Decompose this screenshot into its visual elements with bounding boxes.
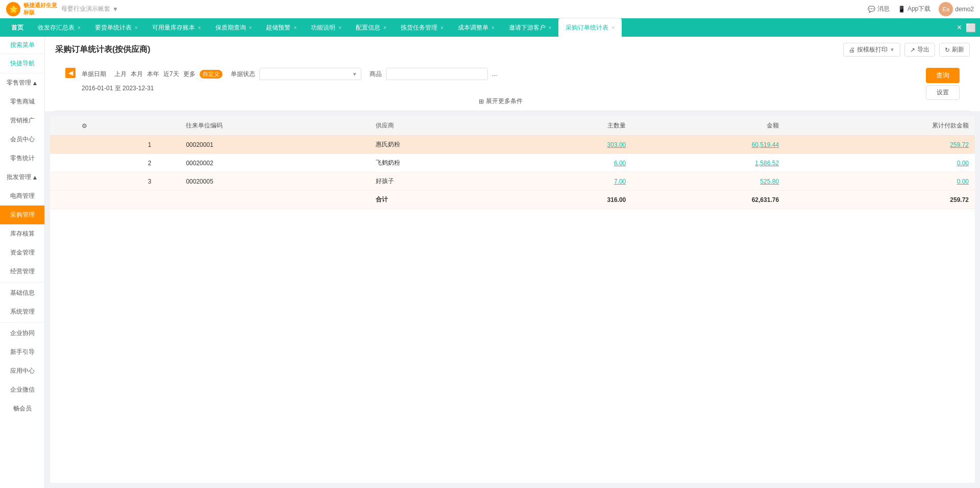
tab-close-icon[interactable]: × bbox=[440, 25, 444, 31]
export-button[interactable]: ↗ 导出 bbox=[904, 43, 935, 57]
sidebar-item-retail-mall[interactable]: 零售商城 bbox=[0, 92, 44, 111]
user-avatar: Ea bbox=[939, 2, 953, 16]
message-icon: 💬 bbox=[868, 6, 875, 13]
tab-config[interactable]: 配置信息 × bbox=[349, 18, 394, 37]
tab-cost-adjust[interactable]: 成本调整单 × bbox=[451, 18, 502, 37]
row-index: 3 bbox=[119, 172, 180, 191]
filter-more-button[interactable]: ... bbox=[492, 70, 497, 78]
row-paid-amount: 0.00 bbox=[785, 154, 975, 172]
col-settings[interactable]: ⚙ bbox=[50, 116, 119, 136]
expand-button[interactable]: ⊞ 展开更多条件 bbox=[479, 97, 523, 106]
tab-close-icon[interactable]: × bbox=[293, 25, 297, 31]
col-unit-code: 往来单位编码 bbox=[180, 116, 370, 136]
row-index: 2 bbox=[119, 154, 180, 172]
table-row[interactable]: 2 00020002 飞鹤奶粉 6.00 1,586.52 0.00 bbox=[50, 154, 975, 172]
tab-close-icon[interactable]: × bbox=[492, 25, 495, 31]
col-index bbox=[119, 116, 180, 136]
sidebar-item-stock-check[interactable]: 库存核算 bbox=[0, 224, 44, 243]
table-row[interactable]: 1 00020001 惠氏奶粉 303.00 60,519.44 259.72 bbox=[50, 136, 975, 154]
row-settings bbox=[50, 154, 119, 172]
sidebar-item-fund-mgmt[interactable]: 资金管理 bbox=[0, 243, 44, 262]
date-shortcut-last-month[interactable]: 上月 bbox=[114, 70, 127, 79]
tab-receive-summary[interactable]: 收发存汇总表 × bbox=[31, 18, 88, 37]
query-button[interactable]: 查询 bbox=[926, 68, 960, 83]
arrow-icon: ▲ bbox=[32, 174, 38, 181]
message-button[interactable]: 💬 消息 bbox=[868, 5, 890, 13]
sidebar-item-wholesale-mgmt[interactable]: 批发管理 ▲ bbox=[0, 168, 44, 187]
sidebar-divider2 bbox=[0, 322, 44, 323]
tab-pick-task[interactable]: 拣货任务管理 × bbox=[394, 18, 451, 37]
page-title-row: 采购订单统计表(按供应商) 🖨 按模板打印 ▼ ↗ 导出 ↻ 刷新 bbox=[55, 43, 970, 57]
filter-toggle-button[interactable]: ◀ bbox=[65, 68, 76, 78]
row-settings bbox=[50, 172, 119, 191]
status-select[interactable] bbox=[259, 68, 361, 80]
maximize-button[interactable]: ⬜ bbox=[966, 23, 976, 33]
date-shortcut-7days[interactable]: 近7天 bbox=[163, 70, 179, 79]
tab-order-stat[interactable]: 要货单统计表 × bbox=[88, 18, 145, 37]
sidebar: 搜索菜单 快捷导航 零售管理 ▲ 零售商城 营销推广 会员中心 零售统计 批发管… bbox=[0, 37, 45, 488]
settings-button[interactable]: 设置 bbox=[926, 85, 960, 100]
footer-quantity: 316.00 bbox=[512, 191, 632, 209]
page-header-actions: 🖨 按模板打印 ▼ ↗ 导出 ↻ 刷新 bbox=[843, 43, 970, 57]
sidebar-item-enterprise-wechat[interactable]: 企业微信 bbox=[0, 380, 44, 399]
sidebar-item-enterprise-collab[interactable]: 企业协同 bbox=[0, 324, 44, 343]
expand-down-icon: ⊞ bbox=[479, 98, 484, 105]
date-custom-badge[interactable]: 自定义 bbox=[200, 70, 223, 79]
row-unit-code: 00020002 bbox=[180, 154, 370, 172]
tab-close-icon[interactable]: × bbox=[78, 25, 81, 31]
date-shortcut-this-year[interactable]: 本年 bbox=[147, 70, 159, 79]
tab-close-icon[interactable]: × bbox=[198, 25, 201, 31]
tab-close-icon[interactable]: × bbox=[383, 25, 386, 31]
sidebar-item-app-center[interactable]: 应用中心 bbox=[0, 362, 44, 380]
tab-overstock[interactable]: 超储预警 × bbox=[259, 18, 304, 37]
sidebar-item-basic-info[interactable]: 基础信息 bbox=[0, 284, 44, 302]
sidebar-search-section: 搜索菜单 bbox=[0, 37, 44, 54]
table-row[interactable]: 3 00020005 好孩子 7.00 525.80 0.00 bbox=[50, 172, 975, 191]
print-button[interactable]: 🖨 按模板打印 ▼ bbox=[843, 43, 900, 57]
col-supplier: 供应商 bbox=[370, 116, 512, 136]
date-shortcut-more[interactable]: 更多 bbox=[183, 70, 195, 79]
sidebar-item-marketing[interactable]: 营销推广 bbox=[0, 111, 44, 130]
tab-purchase-stat[interactable]: 采购订单统计表 × bbox=[558, 18, 622, 37]
sidebar-item-retail-stat[interactable]: 零售统计 bbox=[0, 149, 44, 168]
sidebar-item-member-center[interactable]: 会员中心 bbox=[0, 130, 44, 149]
tab-close-icon[interactable]: × bbox=[249, 25, 252, 31]
goods-input[interactable] bbox=[386, 68, 488, 80]
search-menu-button[interactable]: 搜索菜单 bbox=[4, 41, 40, 49]
close-tab-button[interactable]: × bbox=[957, 23, 962, 32]
page-header: 采购订单统计表(按供应商) 🖨 按模板打印 ▼ ↗ 导出 ↻ 刷新 bbox=[45, 37, 980, 111]
sidebar-item-ops-mgmt[interactable]: 经营管理 bbox=[0, 262, 44, 281]
tab-close-icon[interactable]: × bbox=[611, 25, 615, 31]
tab-close-icon[interactable]: × bbox=[549, 25, 552, 31]
sidebar-item-purchase-mgmt[interactable]: 采购管理 bbox=[0, 206, 44, 224]
footer-label bbox=[180, 191, 370, 209]
tab-invite-customer[interactable]: 邀请下游客户 × bbox=[502, 18, 559, 37]
nav-right-icons: × ⬜ bbox=[957, 23, 976, 33]
footer-paid-amount: 259.72 bbox=[785, 191, 975, 209]
row-paid-amount: 0.00 bbox=[785, 172, 975, 191]
sidebar-item-ecommerce[interactable]: 电商管理 bbox=[0, 187, 44, 206]
tab-available-stock[interactable]: 可用量库存账本 × bbox=[145, 18, 208, 37]
user-menu[interactable]: Ea demo2 bbox=[939, 2, 974, 16]
logo-area: 🌟 畅捷通好生意 标版 bbox=[6, 2, 57, 16]
sidebar-item-retail-mgmt[interactable]: 零售管理 ▲ bbox=[0, 73, 44, 92]
nav-tabs: 首页 收发存汇总表 × 要货单统计表 × 可用量库存账本 × 保质期查询 × 超… bbox=[0, 18, 980, 37]
sidebar-item-new-guide[interactable]: 新手引导 bbox=[0, 343, 44, 362]
sidebar-item-quick-nav[interactable]: 快捷导航 bbox=[0, 56, 44, 71]
tab-home[interactable]: 首页 bbox=[4, 18, 31, 37]
sidebar-item-member-vip[interactable]: 畅会员 bbox=[0, 399, 44, 418]
tab-function-desc[interactable]: 功能说明 × bbox=[304, 18, 349, 37]
row-quantity: 303.00 bbox=[512, 136, 632, 154]
tab-close-icon[interactable]: × bbox=[135, 25, 138, 31]
date-shortcut-this-month[interactable]: 本月 bbox=[131, 70, 143, 79]
tab-shelf-life[interactable]: 保质期查询 × bbox=[208, 18, 259, 37]
sidebar-quick-nav-section: 快捷导航 bbox=[0, 54, 44, 73]
breadcrumb-arrow: ▼ bbox=[112, 6, 118, 13]
sidebar-item-sys-mgmt[interactable]: 系统管理 bbox=[0, 302, 44, 321]
tab-close-icon[interactable]: × bbox=[338, 25, 341, 31]
refresh-button[interactable]: ↻ 刷新 bbox=[939, 43, 970, 57]
arrow-icon: ▲ bbox=[32, 80, 38, 87]
app-download-button[interactable]: 📱 App下载 bbox=[898, 5, 930, 13]
sidebar-divider bbox=[0, 282, 44, 282]
row-paid-amount: 259.72 bbox=[785, 136, 975, 154]
